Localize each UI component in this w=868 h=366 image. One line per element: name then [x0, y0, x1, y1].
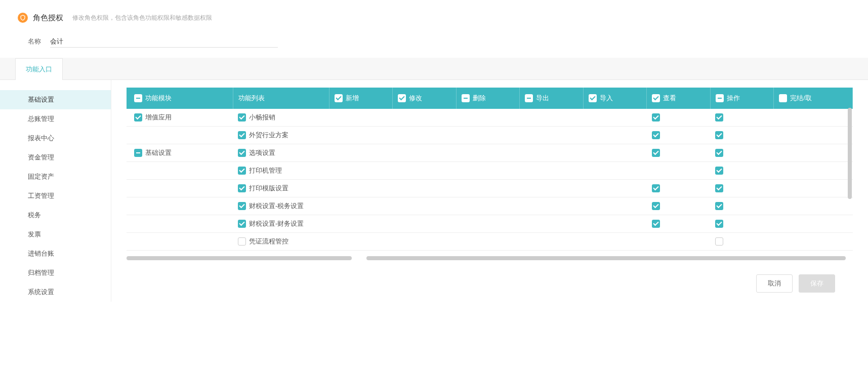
table-row: 财税设置-财务设置	[127, 215, 853, 233]
module-checkbox[interactable]	[134, 149, 142, 157]
sidebar-item-2[interactable]: 报表中心	[0, 129, 111, 148]
func-checkbox[interactable]	[238, 149, 246, 157]
col-header-8: 操作	[710, 88, 774, 109]
sidebar: 基础设置总账管理报表中心资金管理固定资产工资管理税务发票进销台账归档管理系统设置	[0, 80, 111, 302]
sidebar-item-0[interactable]: 基础设置	[0, 90, 111, 109]
permissions-table: 功能模块功能列表新增修改删除导出导入查看操作完结/取 增值应用小畅报销外贸行业方…	[127, 88, 853, 255]
sidebar-item-5[interactable]: 工资管理	[0, 186, 111, 206]
header-label-5: 导出	[536, 94, 549, 103]
perm-checkbox-6[interactable]	[715, 131, 723, 139]
role-name-input[interactable]	[50, 35, 278, 48]
col-header-7: 查看	[647, 88, 711, 109]
header-label-6: 导入	[600, 94, 613, 103]
func-label: 凭证流程管控	[249, 237, 288, 246]
tab-function-entry[interactable]: 功能入口	[15, 58, 63, 80]
header-checkbox-5[interactable]	[525, 94, 533, 102]
header-label-7: 查看	[663, 94, 676, 103]
func-label: 小畅报销	[249, 113, 275, 122]
header-checkbox-9[interactable]	[779, 94, 787, 102]
perm-checkbox-5[interactable]	[652, 149, 660, 157]
header-checkbox-7[interactable]	[652, 94, 660, 102]
perm-checkbox-5[interactable]	[652, 131, 660, 139]
func-label: 打印机管理	[249, 166, 282, 175]
header-label-2: 新增	[346, 94, 359, 103]
sidebar-item-9[interactable]: 归档管理	[0, 263, 111, 282]
sidebar-item-3[interactable]: 资金管理	[0, 148, 111, 167]
col-header-5: 导出	[520, 88, 584, 109]
col-header-4: 删除	[456, 88, 520, 109]
col-header-3: 修改	[393, 88, 457, 109]
content-area: 功能模块功能列表新增修改删除导出导入查看操作完结/取 增值应用小畅报销外贸行业方…	[111, 80, 868, 302]
header-checkbox-0[interactable]	[134, 94, 142, 102]
func-checkbox[interactable]	[238, 237, 246, 246]
horizontal-scrollbar[interactable]	[127, 256, 853, 260]
func-checkbox[interactable]	[238, 202, 246, 210]
name-label: 名称	[28, 37, 41, 46]
table-row: 财税设置-税务设置	[127, 197, 853, 215]
vertical-scrollbar[interactable]	[848, 108, 852, 237]
header-label-9: 完结/取	[790, 94, 812, 103]
func-label: 打印模版设置	[249, 184, 288, 193]
header-label-4: 删除	[473, 94, 486, 103]
func-checkbox[interactable]	[238, 167, 246, 175]
func-checkbox[interactable]	[238, 131, 246, 139]
perm-checkbox-6[interactable]	[715, 184, 723, 192]
sidebar-item-7[interactable]: 发票	[0, 225, 111, 244]
header-label-3: 修改	[409, 94, 422, 103]
func-label: 财税设置-税务设置	[249, 201, 304, 211]
page-header: 角色授权 修改角色权限，包含该角色功能权限和敏感数据权限	[0, 0, 868, 30]
module-checkbox[interactable]	[134, 113, 142, 121]
perm-checkbox-5[interactable]	[652, 220, 660, 228]
perm-checkbox-5[interactable]	[652, 113, 660, 121]
header-checkbox-3[interactable]	[398, 94, 406, 102]
sidebar-item-8[interactable]: 进销台账	[0, 244, 111, 263]
header-checkbox-8[interactable]	[716, 94, 724, 102]
col-header-1: 功能列表	[233, 88, 329, 109]
func-checkbox[interactable]	[238, 113, 246, 121]
table-row: 打印模版设置	[127, 180, 853, 197]
header-checkbox-4[interactable]	[462, 94, 470, 102]
perm-checkbox-6[interactable]	[715, 202, 723, 210]
perm-checkbox-5[interactable]	[652, 184, 660, 192]
header-label-0: 功能模块	[145, 94, 172, 103]
col-header-2: 新增	[329, 88, 393, 109]
perm-checkbox-6[interactable]	[715, 149, 723, 157]
func-label: 选项设置	[249, 148, 275, 157]
shield-icon	[18, 13, 28, 23]
sidebar-item-6[interactable]: 税务	[0, 206, 111, 225]
save-button[interactable]: 保存	[799, 274, 835, 293]
page-title: 角色授权	[33, 13, 63, 23]
perm-checkbox-6[interactable]	[715, 220, 723, 228]
table-row: 增值应用小畅报销	[127, 109, 853, 127]
page-subtitle: 修改角色权限，包含该角色功能权限和敏感数据权限	[72, 14, 212, 22]
header-label-8: 操作	[727, 94, 740, 103]
func-checkbox[interactable]	[238, 220, 246, 228]
tabs-bar: 功能入口	[0, 58, 868, 80]
perm-checkbox-6[interactable]	[715, 237, 723, 246]
header-checkbox-6[interactable]	[589, 94, 597, 102]
perm-checkbox-6[interactable]	[715, 167, 723, 175]
col-header-6: 导入	[583, 88, 647, 109]
sidebar-item-1[interactable]: 总账管理	[0, 109, 111, 129]
module-label: 基础设置	[145, 148, 172, 157]
col-header-9: 完结/取	[774, 88, 853, 109]
header-checkbox-2[interactable]	[335, 94, 343, 102]
perm-checkbox-5[interactable]	[652, 202, 660, 210]
table-row: 凭证类型设置	[127, 251, 853, 255]
footer-actions: 取消 保存	[127, 265, 853, 302]
name-row: 名称	[0, 30, 868, 58]
module-label: 增值应用	[145, 113, 172, 122]
col-header-0: 功能模块	[127, 88, 233, 109]
table-row: 凭证流程管控	[127, 233, 853, 251]
sidebar-item-10[interactable]: 系统设置	[0, 282, 111, 302]
func-label: 财税设置-财务设置	[249, 219, 304, 228]
table-row: 打印机管理	[127, 162, 853, 180]
header-label-1: 功能列表	[238, 94, 265, 103]
table-row: 基础设置选项设置	[127, 144, 853, 162]
func-label: 外贸行业方案	[249, 131, 288, 140]
cancel-button[interactable]: 取消	[756, 274, 793, 293]
func-checkbox[interactable]	[238, 184, 246, 192]
perm-checkbox-6[interactable]	[715, 113, 723, 121]
table-row: 外贸行业方案	[127, 127, 853, 144]
sidebar-item-4[interactable]: 固定资产	[0, 167, 111, 186]
